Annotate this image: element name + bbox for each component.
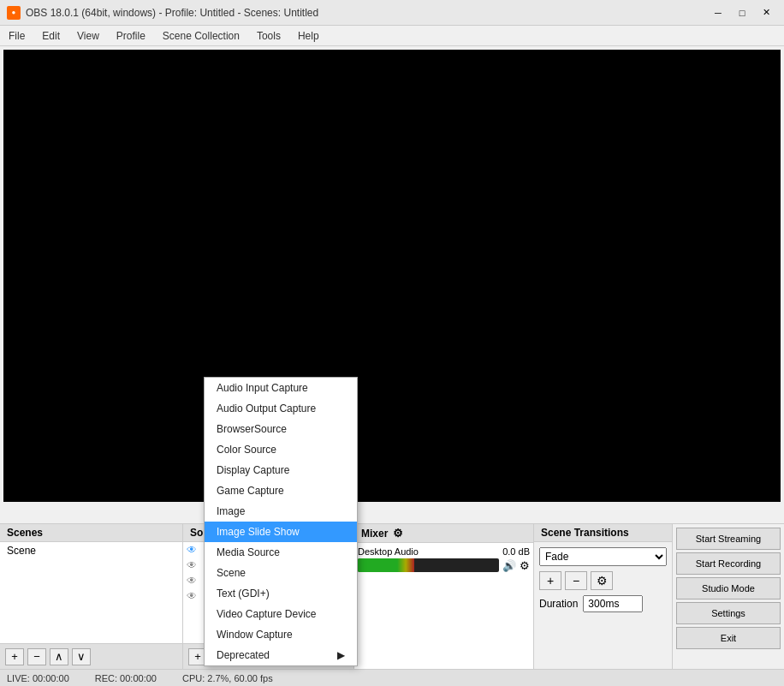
duration-input[interactable] [583, 595, 643, 612]
context-menu-item-window[interactable]: Window Capture [205, 624, 357, 645]
context-menu-item-game[interactable]: Game Capture [205, 480, 357, 501]
controls-panel: Start Streaming Start Recording Studio M… [673, 524, 784, 669]
eye-icon-3: 👁 [187, 575, 202, 587]
mixer-channel-name: Desktop Audio [358, 546, 419, 557]
transition-settings-button[interactable]: ⚙ [591, 571, 613, 590]
mixer-bar-container: 🔊 ⚙ [358, 558, 530, 572]
move-scene-up-button[interactable]: ∧ [50, 648, 68, 665]
scenes-panel-footer: + − ∧ ∨ [0, 643, 182, 669]
context-menu-item-deprecated[interactable]: Deprecated ▶ [205, 645, 357, 665]
context-menu-item-image[interactable]: Image [205, 501, 357, 522]
rec-status: REC: 00:00:00 [95, 673, 157, 683]
window-title: OBS 18.0.1 (64bit, windows) - Profile: U… [26, 7, 707, 19]
context-menu-item-browser[interactable]: BrowserSource [205, 419, 357, 439]
context-menu-item-image-slideshow[interactable]: Image Slide Show [205, 522, 357, 542]
mixer-channel-settings-icon[interactable]: ⚙ [520, 559, 530, 572]
mixer-bar-fill [358, 558, 414, 572]
deprecated-label: Deprecated [217, 649, 270, 661]
remove-transition-button[interactable]: − [565, 571, 587, 590]
context-menu-item-video-capture[interactable]: Video Capture Device [205, 604, 357, 624]
mixer-icons: 🔊 ⚙ [502, 559, 530, 572]
mixer-channel-header: Desktop Audio 0.0 dB [358, 546, 530, 557]
add-transition-button[interactable]: + [539, 571, 561, 590]
bottom-area: Scenes Scene + − ∧ ∨ Sources 👁 👁 👁 [0, 523, 784, 669]
context-menu-item-display[interactable]: Display Capture [205, 460, 357, 480]
mixer-panel: Mixer ⚙ Desktop Audio 0.0 dB 🔊 ⚙ [354, 524, 534, 669]
maximize-button[interactable]: □ [731, 4, 753, 21]
eye-icon-1: 👁 [187, 544, 202, 556]
exit-button[interactable]: Exit [676, 627, 781, 649]
context-menu-item-color[interactable]: Color Source [205, 439, 357, 460]
transitions-content: Fade Cut Swipe Slide Stinger Luma Wipe +… [534, 542, 672, 669]
submenu-arrow-icon: ▶ [337, 649, 345, 661]
menu-view[interactable]: View [68, 26, 108, 45]
context-menu: Audio Input Capture Audio Output Capture… [204, 377, 358, 666]
minimize-button[interactable]: ─ [707, 4, 729, 21]
context-menu-item-text[interactable]: Text (GDI+) [205, 583, 357, 604]
add-scene-button[interactable]: + [5, 648, 24, 665]
live-status: LIVE: 00:00:00 [7, 673, 69, 683]
context-menu-item-media[interactable]: Media Source [205, 542, 357, 563]
eye-icon-2: 👁 [187, 559, 202, 571]
eye-icon-4: 👁 [187, 590, 202, 602]
cpu-status: CPU: 2.7%, 60.00 fps [182, 673, 273, 683]
app-icon: ● [7, 6, 21, 20]
menu-help[interactable]: Help [289, 26, 328, 45]
transition-select[interactable]: Fade Cut Swipe Slide Stinger Luma Wipe [539, 547, 667, 566]
mixer-channel-desktop-audio: Desktop Audio 0.0 dB 🔊 ⚙ [358, 546, 530, 572]
context-menu-item-audio-output[interactable]: Audio Output Capture [205, 398, 357, 419]
menu-scene-collection[interactable]: Scene Collection [154, 26, 248, 45]
context-menu-item-scene[interactable]: Scene [205, 563, 357, 583]
move-scene-down-button[interactable]: ∨ [72, 648, 91, 665]
transition-controls: + − ⚙ [539, 571, 667, 590]
mixer-settings-icon[interactable]: ⚙ [393, 527, 403, 540]
mixer-bar-track [358, 558, 499, 572]
window-controls: ─ □ ✕ [707, 4, 777, 21]
scenes-list: Scene [0, 542, 182, 643]
studio-mode-button[interactable]: Studio Mode [676, 577, 781, 600]
close-button[interactable]: ✕ [755, 4, 777, 21]
menubar: File Edit View Profile Scene Collection … [0, 26, 784, 46]
mute-icon[interactable]: 🔊 [502, 559, 516, 572]
menu-profile[interactable]: Profile [108, 26, 154, 45]
transitions-panel: Scene Transitions Fade Cut Swipe Slide S… [534, 524, 673, 669]
start-recording-button[interactable]: Start Recording [676, 552, 781, 575]
scenes-panel: Scenes Scene + − ∧ ∨ [0, 524, 183, 669]
duration-row: Duration [539, 595, 667, 612]
transitions-panel-header: Scene Transitions [534, 524, 672, 542]
scene-item[interactable]: Scene [0, 542, 182, 559]
menu-tools[interactable]: Tools [248, 26, 289, 45]
mixer-channel-db: 0.0 dB [502, 546, 530, 557]
remove-scene-button[interactable]: − [27, 648, 46, 665]
preview-area [3, 50, 781, 502]
mixer-content: Desktop Audio 0.0 dB 🔊 ⚙ [354, 543, 533, 669]
titlebar: ● OBS 18.0.1 (64bit, windows) - Profile:… [0, 0, 784, 26]
duration-label: Duration [539, 598, 578, 610]
settings-button[interactable]: Settings [676, 602, 781, 624]
scenes-panel-header: Scenes [0, 524, 182, 542]
menu-file[interactable]: File [0, 26, 33, 45]
start-streaming-button[interactable]: Start Streaming [676, 528, 781, 550]
context-menu-item-audio-input[interactable]: Audio Input Capture [205, 378, 357, 398]
statusbar: LIVE: 00:00:00 REC: 00:00:00 CPU: 2.7%, … [0, 669, 784, 686]
menu-edit[interactable]: Edit [33, 26, 68, 45]
mixer-panel-header: Mixer ⚙ [354, 524, 533, 543]
